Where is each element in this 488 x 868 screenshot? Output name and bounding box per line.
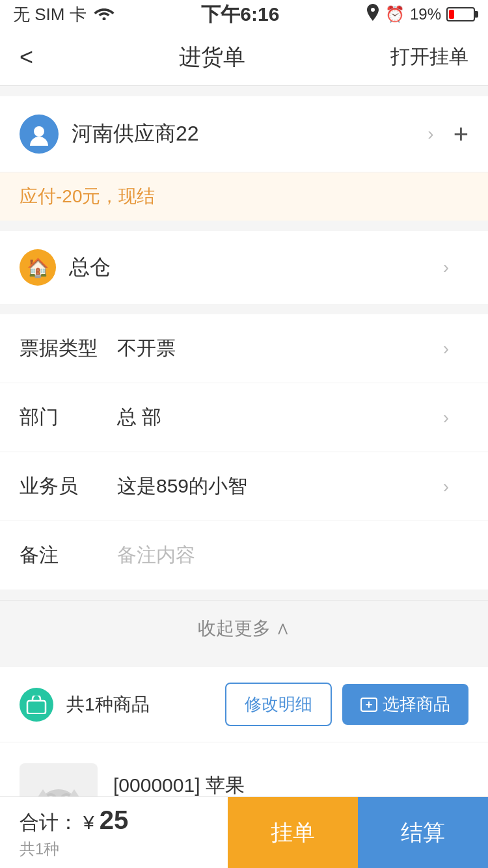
- supplier-chevron-icon: ›: [427, 124, 433, 144]
- invoice-value: 不开票: [111, 335, 443, 362]
- staff-label: 业务员: [20, 473, 111, 500]
- form-card: 票据类型 不开票 › 部门 总 部 › 业务员 这是859的小智 › 备注 备注…: [0, 314, 488, 590]
- status-bar: 无 SIM 卡 下午6:16 ⏰ 19%: [0, 0, 488, 29]
- warehouse-chevron-icon: ›: [443, 257, 449, 278]
- add-button[interactable]: +: [454, 120, 468, 149]
- dept-row[interactable]: 部门 总 部 ›: [0, 383, 488, 452]
- checkout-button[interactable]: 结算: [358, 797, 488, 869]
- remark-label: 备注: [20, 542, 111, 569]
- hang-button[interactable]: 挂单: [228, 797, 358, 869]
- staff-row[interactable]: 业务员 这是859的小智 ›: [0, 452, 488, 521]
- supplier-card: 河南供应商22 › + 应付-20元，现结: [0, 96, 488, 221]
- invoice-row[interactable]: 票据类型 不开票 ›: [0, 314, 488, 383]
- battery-percent: 19%: [410, 5, 441, 23]
- svg-point-0: [102, 17, 105, 20]
- select-product-button[interactable]: 选择商品: [342, 684, 468, 725]
- status-left: 无 SIM 卡: [13, 3, 115, 26]
- alarm-icon: ⏰: [385, 5, 405, 23]
- warehouse-icon: 🏠: [20, 249, 56, 286]
- dept-label: 部门: [20, 404, 111, 431]
- nav-bar: < 进货单 打开挂单: [0, 29, 488, 86]
- bottom-bar: 合计： ¥ 25 共1种 挂单 结算: [0, 796, 488, 868]
- status-time: 下午6:16: [201, 1, 279, 28]
- warehouse-card: 🏠 总仓 ›: [0, 231, 488, 304]
- warehouse-name: 总仓: [69, 253, 443, 282]
- page-title: 进货单: [179, 42, 245, 72]
- house-icon: 🏠: [27, 257, 49, 278]
- currency-symbol: ¥: [83, 811, 94, 834]
- total-section: 合计： ¥ 25 共1种: [0, 806, 228, 860]
- supplier-name: 河南供应商22: [72, 120, 427, 148]
- supplier-alert: 应付-20元，现结: [0, 172, 488, 221]
- open-hang-button[interactable]: 打开挂单: [390, 44, 468, 70]
- remark-row[interactable]: 备注 备注内容: [0, 521, 488, 590]
- edit-details-button[interactable]: 修改明细: [225, 683, 332, 726]
- product-code: [0000001]: [113, 774, 200, 796]
- svg-rect-2: [27, 701, 46, 714]
- invoice-label: 票据类型: [20, 335, 111, 362]
- supplier-row[interactable]: 河南供应商22 › +: [0, 96, 488, 172]
- back-button[interactable]: <: [20, 44, 33, 71]
- status-right: ⏰ 19%: [366, 4, 475, 25]
- carrier-text: 无 SIM 卡: [13, 3, 87, 26]
- invoice-chevron-icon: ›: [443, 338, 449, 359]
- remark-input[interactable]: 备注内容: [111, 542, 468, 569]
- staff-chevron-icon: ›: [443, 476, 449, 497]
- wifi-icon: [93, 5, 115, 25]
- dept-value: 总 部: [111, 404, 443, 431]
- total-count: 共1种: [20, 839, 208, 860]
- product-count-label: 共1种商品: [66, 692, 225, 717]
- dept-chevron-icon: ›: [443, 407, 449, 428]
- battery-icon: [446, 7, 475, 21]
- warehouse-row[interactable]: 🏠 总仓 ›: [0, 231, 488, 304]
- main-content: 河南供应商22 › + 应付-20元，现结 🏠 总仓 › 票据类型 不开票 › …: [0, 96, 488, 868]
- supplier-avatar: [20, 115, 59, 154]
- total-label: 合计：: [20, 809, 78, 836]
- staff-value: 这是859的小智: [111, 473, 443, 500]
- select-product-label: 选择商品: [383, 693, 450, 716]
- product-title: 苹果: [206, 774, 245, 796]
- product-count-icon: [20, 688, 53, 722]
- collapse-row[interactable]: 收起更多 ∧: [0, 600, 488, 657]
- total-amount: 25: [100, 806, 129, 835]
- product-header: 共1种商品 修改明细 选择商品: [0, 667, 488, 742]
- location-icon: [366, 4, 380, 25]
- product-name: [0000001] 苹果: [113, 772, 438, 799]
- svg-point-1: [34, 126, 44, 137]
